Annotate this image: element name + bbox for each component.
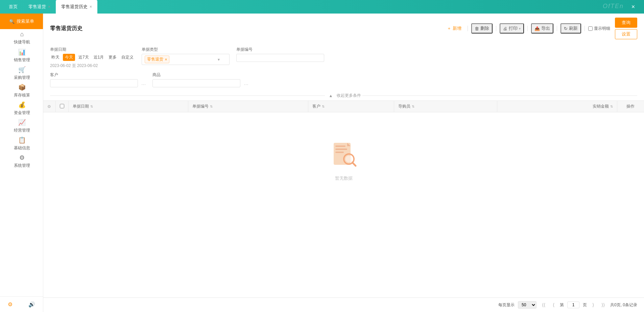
date-btn-today[interactable]: 今天 [63,54,75,61]
customer-sort-icon: ⇅ [322,105,325,108]
th-amount[interactable]: 实销金额 ⇅ [497,101,617,112]
order-type-tag-close[interactable]: × [165,57,167,62]
order-no-sort[interactable]: 单据编号 ⇅ [192,104,304,109]
new-button[interactable]: ＋ 新增 [444,24,464,33]
sidebar-item-business[interactable]: 📈 经营管理 [0,117,43,135]
delete-button[interactable]: 🗑 删除 [471,23,493,34]
table-header-row: ⚙ 单据日期 ⇅ 单据编号 [43,101,644,112]
filter-date: 单据日期 昨天 今天 近7天 近1月 更多 自定义 2023-06-02 至 2… [50,47,135,69]
empty-text: 暂无数据 [335,175,353,181]
th-order-no[interactable]: 单据编号 ⇅ [188,101,308,112]
svg-rect-1 [335,146,345,147]
print-button[interactable]: 🖨 打印 ▾ [500,23,524,34]
total-info: 共0页, 0条记录 [610,302,637,308]
date-btn-1month[interactable]: 近1月 [92,54,105,61]
next-page-btn[interactable]: ⟩ [590,302,596,308]
th-date[interactable]: 单据日期 ⇅ [68,101,188,112]
date-sort-icon: ⇅ [90,105,93,108]
tab-retail-return-history-close[interactable]: × [90,4,92,9]
page-unit: 页 [583,302,587,308]
empty-cell: 暂无数据 [43,112,644,209]
filter-order-type: 单据类型 零售退货 × ▾ [142,47,230,65]
new-label: 新增 [453,25,461,31]
customer-dots[interactable]: ... [141,80,146,86]
settings-bottom-btn[interactable]: ⚙ [8,301,13,308]
filter-goods: 商品 ... [152,72,248,87]
toolbar: ＋ 新增 🗑 删除 🖨 打印 ▾ [444,18,637,39]
last-page-btn[interactable]: ⟩⟩ [599,302,607,308]
tab-retail-return[interactable]: 零售退货 × [23,0,56,14]
sidebar-item-system[interactable]: ⚙ 系统管理 [0,152,43,170]
page-size-label: 每页显示 [498,302,515,308]
sidebar-item-quick-nav[interactable]: ⌂ 快捷导航 [0,29,43,47]
collapse-bar[interactable]: ▲ 收起更多条件 [50,91,637,101]
tab-retail-return-history[interactable]: 零售退货历史 × [56,0,97,14]
page-number-input[interactable] [567,302,579,308]
display-detail-label: 显示明细 [594,26,610,31]
empty-icon [329,139,359,170]
display-detail-checkbox[interactable]: 显示明细 [588,26,610,31]
select-all-checkbox[interactable] [60,104,64,108]
date-btn-7days[interactable]: 近7天 [77,54,90,61]
th-order-no-label: 单据编号 [192,104,209,109]
amount-sort[interactable]: 实销金额 ⇅ [501,104,613,109]
date-sort[interactable]: 单据日期 ⇅ [73,104,184,109]
home-icon: ⌂ [20,31,24,38]
sidebar-item-finance[interactable]: 💰 资金管理 [0,99,43,117]
order-no-sort-icon: ⇅ [210,105,213,108]
print-icon: 🖨 [503,26,507,31]
guide-sort[interactable]: 导购员 ⇅ [398,104,493,109]
table-header: ⚙ 单据日期 ⇅ 单据编号 [43,101,644,112]
order-no-label: 单据编号 [236,47,324,52]
display-detail-input[interactable] [588,26,593,31]
sound-bottom-btn[interactable]: 🔊 [28,301,35,308]
customer-sort[interactable]: 客户 ⇅ [312,104,390,109]
sidebar-item-inventory[interactable]: 📦 库存核算 [0,82,43,99]
tab-home[interactable]: 首页 [3,0,23,14]
query-button[interactable]: 查询 [615,18,637,28]
settings-icon[interactable]: ⚙ [47,104,51,109]
refresh-button[interactable]: ↻ 刷新 [560,23,581,34]
setting-button[interactable]: 设置 [615,29,637,39]
window-close-button[interactable]: × [628,1,639,12]
prev-page-btn[interactable]: ⟨ [551,302,556,308]
divider-4 [557,26,557,31]
date-btn-yesterday[interactable]: 昨天 [50,54,61,61]
page-size-select[interactable]: 20 50 100 [518,301,536,309]
delete-icon: 🗑 [475,26,479,31]
date-range-text: 2023-06-02 至 2023-06-02 [50,63,135,69]
th-guide[interactable]: 导购员 ⇅ [394,101,497,112]
date-btn-custom[interactable]: 自定义 [120,54,135,61]
customer-input[interactable] [50,79,138,87]
sidebar: 🔍 搜索菜单 ⌂ 快捷导航 📊 销售管理 🛒 采购管理 📦 库存核算 💰 [0,14,43,312]
date-quick-buttons: 昨天 今天 近7天 近1月 更多 自定义 [50,54,135,61]
sidebar-item-purchase[interactable]: 🛒 采购管理 [0,64,43,82]
th-customer[interactable]: 客户 ⇅ [308,101,394,112]
sidebar-item-basic-info[interactable]: 📋 基础信息 [0,135,43,152]
th-date-label: 单据日期 [73,104,89,109]
divider-2 [496,26,496,31]
order-type-label: 单据类型 [142,47,230,52]
tab-retail-return-close[interactable]: × [48,4,50,9]
sidebar-search[interactable]: 🔍 搜索菜单 [0,14,43,29]
sidebar-item-sales[interactable]: 📊 销售管理 [0,47,43,64]
svg-point-5 [345,156,352,162]
table-body: 暂无数据 [43,112,644,209]
main-content: 零售退货历史 ＋ 新增 🗑 删除 🖨 打印 ▾ [43,14,644,312]
date-btn-more[interactable]: 更多 [107,54,118,61]
export-icon: 📤 [534,26,540,31]
first-page-btn[interactable]: ⟨⟨ [540,302,547,308]
order-type-select[interactable]: 零售退货 × ▾ [142,54,230,65]
search-icon: 🔍 [9,19,15,24]
refresh-label: 刷新 [569,25,578,31]
goods-label: 商品 [152,72,248,78]
th-settings[interactable]: ⚙ [43,101,55,112]
inventory-icon: 📦 [18,84,26,91]
export-button[interactable]: 📤 导出 [531,23,553,34]
customer-controls: ... [50,79,146,87]
collapse-line-left [50,95,325,96]
goods-input[interactable] [152,79,240,87]
order-no-input[interactable] [236,54,324,62]
sidebar-item-label-2: 采购管理 [14,75,30,81]
goods-dots[interactable]: ... [244,80,248,86]
